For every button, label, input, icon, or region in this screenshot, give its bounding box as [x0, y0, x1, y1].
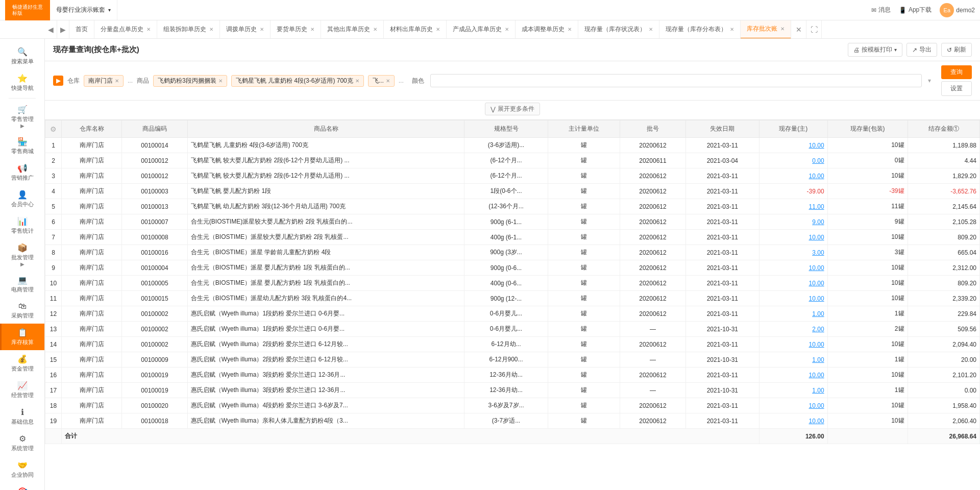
tab-8-close[interactable]: ✕	[568, 27, 572, 32]
row-qty-main[interactable]: 1.00	[759, 352, 827, 368]
row-spec: 12-36月幼...	[464, 383, 548, 398]
sidebar-item-basic[interactable]: ℹ 基础信息	[0, 403, 44, 430]
goods-tag-1-close[interactable]: ✕	[218, 78, 223, 84]
color-filter-input[interactable]	[430, 74, 922, 87]
row-qty-main[interactable]: 11.00	[759, 199, 827, 214]
filter-bar2: ⋁ 展开更多条件	[45, 101, 980, 120]
row-name: 飞鹤星飞帆 较大婴儿配方奶粉 2段(6-12个月婴幼儿适用) ...	[187, 168, 464, 184]
tab-next-btn[interactable]: ▶	[57, 20, 69, 39]
sidebar-item-wholesale[interactable]: 📦 批发管理 ▶	[0, 239, 44, 271]
sidebar-item-stats[interactable]: 📊 零售统计	[0, 212, 44, 239]
sidebar-item-nav[interactable]: ⭐ 快捷导航	[0, 69, 44, 96]
tab-7-close[interactable]: ✕	[505, 27, 509, 32]
sidebar-item-marketing[interactable]: 📢 营销推广	[0, 159, 44, 186]
tab-6-close[interactable]: ✕	[436, 27, 440, 32]
sidebar-item-finance[interactable]: 💰 资金管理	[0, 350, 44, 377]
sidebar-item-ecom[interactable]: 💻 电商管理	[0, 271, 44, 298]
row-batch: —	[620, 352, 686, 368]
goods-tag-3-close[interactable]: ✕	[386, 78, 390, 84]
tab-3-close[interactable]: ✕	[260, 27, 264, 32]
sidebar-item-retail[interactable]: 🛒 零售管理 ▶	[0, 101, 44, 133]
tab-prev-btn[interactable]: ◀	[45, 20, 57, 39]
chevron-down-icon3[interactable]: ▾	[894, 47, 897, 53]
sidebar-item-mall[interactable]: 🏪 零售商城	[0, 133, 44, 159]
settings-btn[interactable]: 设置	[941, 81, 972, 96]
row-amount: 2,060.40	[908, 413, 979, 429]
tab-4[interactable]: 要货单历史 ✕	[271, 20, 321, 39]
tab-11-close[interactable]: ✕	[780, 26, 785, 32]
tab-2[interactable]: 组装拆卸单历史 ✕	[157, 20, 220, 39]
tab-9[interactable]: 现存量（库存状况表） ✕	[578, 20, 659, 39]
sidebar-item-system[interactable]: ⚙ 系统管理	[0, 430, 44, 456]
tab-10-close[interactable]: ✕	[730, 27, 734, 32]
tab-9-close[interactable]: ✕	[649, 27, 653, 32]
tab-maximize-btn[interactable]: ⛶	[806, 20, 822, 39]
app-download-btn[interactable]: 📱 App下载	[899, 6, 932, 14]
setting-icon[interactable]: ⚙	[50, 125, 57, 133]
tab-7[interactable]: 产成品入库单历史 ✕	[447, 20, 516, 39]
goods-filter-label: 商品	[137, 77, 149, 85]
tab-5[interactable]: 其他出库单历史 ✕	[321, 20, 384, 39]
row-qty-main[interactable]: 9.00	[759, 214, 827, 230]
row-qty-main[interactable]: 1.00	[759, 306, 827, 322]
query-btn[interactable]: 查询	[941, 65, 972, 79]
filter-more[interactable]: ...	[128, 77, 133, 84]
row-qty-main[interactable]: 1.00	[759, 383, 827, 398]
tab-home-label: 首页	[76, 25, 88, 34]
warehouse-tag-close[interactable]: ✕	[115, 78, 119, 84]
sidebar-item-collab[interactable]: 🤝 企业协同	[0, 456, 44, 483]
expand-conditions-btn[interactable]: ⋁ 展开更多条件	[485, 103, 540, 115]
row-qty-main[interactable]: 10.00	[759, 230, 827, 245]
logo-text2: 标版	[12, 10, 43, 16]
row-qty-main[interactable]: 10.00	[759, 337, 827, 352]
row-qty-main[interactable]: 10.00	[759, 398, 827, 413]
sidebar-item-search[interactable]: 🔍 搜索菜单	[0, 43, 44, 69]
col-setting[interactable]: ⚙	[45, 120, 62, 138]
tab-home[interactable]: 首页	[69, 20, 94, 39]
tab-3[interactable]: 调拨单历史 ✕	[220, 20, 271, 39]
row-spec: 400g (0-6...	[464, 276, 548, 291]
export-btn[interactable]: ↗ 导出	[906, 43, 937, 57]
sidebar-item-guide[interactable]: 🎯 新手引导	[0, 483, 44, 490]
goods-filter-tag-3: 飞... ✕	[368, 75, 395, 87]
sidebar-item-member[interactable]: 👤 会员中心	[0, 186, 44, 212]
tab-10[interactable]: 现存量（库存分布表） ✕	[659, 20, 741, 39]
goods-filter-more[interactable]: ...	[399, 77, 404, 84]
message-btn[interactable]: ✉ 消息	[871, 6, 891, 14]
sidebar-item-purchase[interactable]: 🛍 采购管理	[0, 298, 44, 324]
row-qty-main[interactable]: 3.00	[759, 245, 827, 260]
table-row: 16 南岸门店 00100019 惠氏启赋（Wyeth illuma）3段奶粉 …	[45, 368, 980, 383]
print-btn[interactable]: 🖨 按模板打印 ▾	[848, 43, 902, 57]
tab-4-close[interactable]: ✕	[310, 27, 314, 32]
row-qty-main[interactable]: 10.00	[759, 368, 827, 383]
tab-close-all-btn[interactable]: ✕	[791, 20, 806, 39]
row-code: 00100019	[122, 368, 188, 383]
goods-tag-2-close[interactable]: ✕	[355, 78, 359, 84]
tab-6[interactable]: 材料出库单历史 ✕	[384, 20, 447, 39]
sidebar-item-business[interactable]: 📈 经营管理	[0, 377, 44, 403]
tab-8[interactable]: 成本调整单历史 ✕	[516, 20, 578, 39]
tab-1-close[interactable]: ✕	[146, 27, 151, 32]
chevron-down-icon4[interactable]: ▾	[928, 77, 931, 84]
sidebar-item-inventory[interactable]: 📋 库存核算	[0, 324, 44, 350]
row-qty-main[interactable]: 10.00	[759, 413, 827, 429]
row-qty-main[interactable]: 10.00	[759, 138, 827, 153]
tab-1[interactable]: 分量盘点单历史 ✕	[94, 20, 157, 39]
system-icon: ⚙	[19, 434, 26, 444]
tab-2-close[interactable]: ✕	[209, 27, 213, 32]
user-area[interactable]: Ea demo2	[940, 3, 975, 17]
account-dropdown[interactable]: 母婴行业演示账套 ▾	[50, 0, 117, 20]
row-qty-main[interactable]: 2.00	[759, 322, 827, 337]
row-qty-main[interactable]: 10.00	[759, 291, 827, 306]
refresh-btn[interactable]: ↺ 刷新	[941, 43, 972, 57]
row-qty-main[interactable]: 0.00	[759, 153, 827, 168]
filter-expand-btn[interactable]: ▶	[53, 76, 63, 86]
table-row: 13 南岸门店 00100002 惠氏启赋（Wyeth illuma）1段奶粉 …	[45, 322, 980, 337]
col-spec: 规格型号	[464, 120, 548, 138]
row-qty-main[interactable]: 10.00	[759, 276, 827, 291]
row-qty-main[interactable]: 10.00	[759, 260, 827, 276]
row-expire: 2021-03-11	[685, 368, 759, 383]
tab-5-close[interactable]: ✕	[373, 27, 377, 32]
row-qty-main[interactable]: 10.00	[759, 168, 827, 184]
tab-11[interactable]: 库存批次账 ✕	[741, 20, 791, 39]
